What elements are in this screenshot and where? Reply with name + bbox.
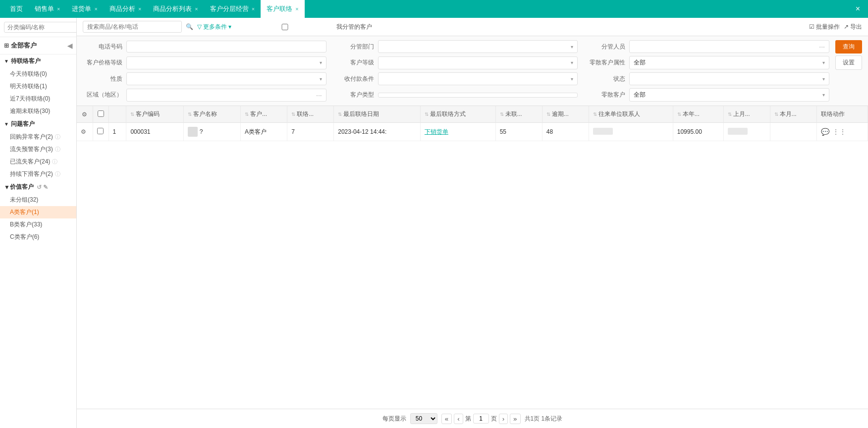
page-number-input[interactable] <box>473 414 489 424</box>
nature-select[interactable]: ▾ <box>126 72 326 85</box>
filter-search-icon[interactable]: 🔍 <box>186 23 193 30</box>
dept-select[interactable]: ▾ <box>378 40 578 53</box>
sidebar-item-a-class[interactable]: A类客户(1) <box>0 206 76 218</box>
select-all-checkbox[interactable] <box>98 110 104 117</box>
prev-unit-contact-th[interactable]: 往来单位联系人 <box>589 106 673 123</box>
more-conditions-button[interactable]: ▽ 更多条件 ▾ <box>197 23 231 31</box>
my-customer-checkbox-label[interactable]: 我分管的客户 <box>235 23 372 31</box>
status-select[interactable]: ▾ <box>629 72 829 85</box>
phone-label: 电话号码 <box>83 43 122 51</box>
payment-select[interactable]: ▾ <box>378 72 578 85</box>
row-settings[interactable]: ⚙ <box>77 123 93 141</box>
first-page-button[interactable]: « <box>441 414 452 424</box>
nav-item-销售单[interactable]: 销售单× <box>29 0 66 18</box>
edit-icon[interactable]: ✎ <box>43 184 48 191</box>
sidebar-item-today[interactable]: 今天待联络(0) <box>0 68 76 80</box>
sidebar-item-7days[interactable]: 近7天待联络(0) <box>0 93 76 105</box>
nav-close-icon[interactable]: × <box>57 6 60 12</box>
region-label: 区域（地区） <box>83 91 122 99</box>
row-last-contact-way[interactable]: 下销货单 <box>420 123 495 141</box>
nav-close-icon[interactable]: × <box>94 6 97 12</box>
export-button[interactable]: ↗ 导出 <box>844 23 862 31</box>
person-select[interactable]: ··· <box>629 40 829 53</box>
info-icon-1: ⓘ <box>55 133 60 141</box>
sidebar-group-pending[interactable]: ▼ 待联络客户 <box>0 54 76 68</box>
sidebar-group-problem[interactable]: ▼ 问题客户 <box>0 117 76 131</box>
last-contact-date-th[interactable]: 最后联络日期 <box>334 106 421 123</box>
sidebar-item-ungroup[interactable]: 未分组(32) <box>0 194 76 206</box>
nav-item-进货单[interactable]: 进货单× <box>66 0 103 18</box>
sidebar-collapse-icon[interactable]: ◀ <box>67 42 72 50</box>
contact-way-link[interactable]: 下销货单 <box>425 128 448 135</box>
info-icon-3: ⓘ <box>52 158 57 165</box>
last-month-th[interactable]: 上月... <box>723 106 770 123</box>
sidebar-item-overdue[interactable]: 逾期未联络(30) <box>0 105 76 117</box>
customer-name-th[interactable]: 客户名称 <box>183 106 240 123</box>
price-grade-select[interactable]: ▾ <box>126 56 326 69</box>
row-contact-count: 7 <box>287 123 334 141</box>
search-input[interactable] <box>83 21 182 33</box>
sidebar-item-c-class[interactable]: C类客户(6) <box>0 231 76 243</box>
row-checkbox-input[interactable] <box>97 128 104 134</box>
prev-page-button[interactable]: ‹ <box>454 414 463 424</box>
sidebar-item-declining-label: 持续下滑客户(2) <box>10 170 53 178</box>
chat-icon[interactable]: 💬 <box>821 128 829 136</box>
phone-input[interactable] <box>126 41 326 53</box>
sidebar-item-b-class[interactable]: B类客户(33) <box>0 218 76 231</box>
region-dots-icon: ··· <box>316 91 322 99</box>
filter-actions-right: 查询 设置 <box>835 40 862 70</box>
nav-item-客户联络[interactable]: 客户联络× <box>261 0 304 18</box>
customer-type-input[interactable] <box>378 93 578 98</box>
sidebar-item-churned[interactable]: 已流失客户(24) ⓘ <box>0 156 76 168</box>
table-settings-th[interactable]: ⚙ <box>77 106 93 123</box>
customer-code-th[interactable]: 客户编码 <box>126 106 183 123</box>
nav-close-icon[interactable]: × <box>195 6 198 12</box>
sidebar-item-tomorrow[interactable]: 明天待联络(1) <box>0 80 76 93</box>
advanced-filter: 电话号码 分管部门 ▾ 分管人员 <box>77 36 868 106</box>
nav-item-商品分析列表[interactable]: 商品分析列表× <box>147 0 204 18</box>
settings-gear-icon[interactable]: ⚙ <box>81 128 86 135</box>
nav-close-icon[interactable]: × <box>138 6 141 12</box>
sidebar-item-churn-warning[interactable]: 流失预警客户(3) ⓘ <box>0 143 76 156</box>
next-page-button[interactable]: › <box>499 414 508 424</box>
my-customer-checkbox[interactable] <box>235 24 334 30</box>
overdue-th[interactable]: 逾期... <box>542 106 589 123</box>
refresh-icon[interactable]: ↺ <box>37 184 42 191</box>
sidebar-item-ungroup-label: 未分组(32) <box>10 196 38 204</box>
more-action-icon[interactable]: ⋮⋮ <box>832 128 846 136</box>
last-contact-way-th[interactable]: 最后联络方式 <box>420 106 495 123</box>
last-page-button[interactable]: » <box>510 414 520 424</box>
nav-item-商品分析[interactable]: 商品分析× <box>104 0 147 18</box>
customer-type-th[interactable]: 客户... <box>241 106 287 123</box>
query-button[interactable]: 查询 <box>835 40 862 54</box>
sidebar-item-declining[interactable]: 持续下滑客户(2) ⓘ <box>0 168 76 180</box>
retail-customer-select[interactable]: 全部 ▾ <box>629 88 829 102</box>
nav-item-客户分层经营[interactable]: 客户分层经营× <box>204 0 261 18</box>
page-size-select[interactable]: 50 100 200 <box>410 413 437 424</box>
nav-close-icon[interactable]: × <box>295 6 298 12</box>
row-contact-action[interactable]: 💬⋮⋮ <box>816 123 868 141</box>
total-info: 共1页 1条记录 <box>525 415 563 423</box>
row-checkbox[interactable] <box>93 123 108 141</box>
filter-field-payment: 收付款条件 ▾ <box>334 72 578 85</box>
batch-operation-button[interactable]: ☑ 批量操作 <box>809 23 840 31</box>
nav-close-icon[interactable]: × <box>252 6 255 12</box>
close-all-button[interactable]: × <box>852 4 864 13</box>
customer-grade-select[interactable]: ▾ <box>378 56 578 69</box>
sidebar-group-value[interactable]: ▼ 价值客户 ↺ ✎ <box>0 180 76 194</box>
this-month-th[interactable]: 本月... <box>770 106 816 123</box>
filter-field-phone: 电话号码 <box>83 41 326 53</box>
setting-button[interactable]: 设置 <box>835 55 862 70</box>
checkbox-th[interactable] <box>93 106 108 123</box>
page-size-label: 每页显示 <box>382 415 406 423</box>
this-year-th[interactable]: 本年... <box>673 106 723 123</box>
not-contact-th[interactable]: 未联... <box>495 106 542 123</box>
sidebar-search-input[interactable] <box>4 22 77 33</box>
retail-attr-select[interactable]: 全部 ▾ <box>629 56 829 69</box>
filter-icon: ▽ <box>197 23 202 30</box>
sidebar-item-repurchase-abnormal[interactable]: 回购异常客户(2) ⓘ <box>0 131 76 143</box>
sidebar-item-overdue-label: 逾期未联络(30) <box>10 107 50 115</box>
nav-item-首页[interactable]: 首页 <box>4 0 29 18</box>
region-select[interactable]: ··· <box>126 89 326 102</box>
contact-count-th[interactable]: 联络... <box>287 106 334 123</box>
